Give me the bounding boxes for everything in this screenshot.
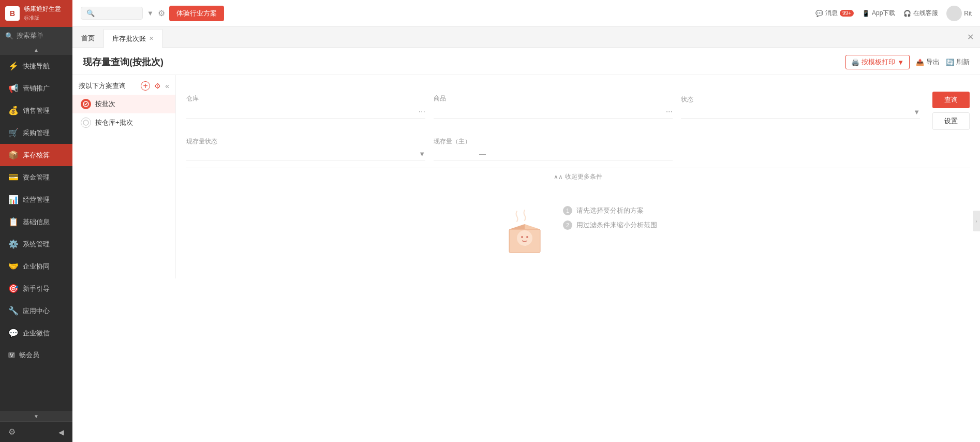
scheme-item-batch[interactable]: 按批次 xyxy=(72,95,175,113)
sidebar-search[interactable]: 🔍 搜索菜单 xyxy=(0,27,72,45)
sidebar-item-apps[interactable]: 🔧 应用中心 xyxy=(0,300,72,322)
newuser-icon: 🎯 xyxy=(8,284,19,293)
sidebar-item-label: 基础信息 xyxy=(23,217,50,227)
status-dropdown-icon[interactable]: ▼ xyxy=(913,108,920,116)
step-1-num: 1 xyxy=(563,206,572,215)
footer-collapse-icon[interactable]: ◀ xyxy=(58,428,64,436)
online-service-btn[interactable]: 🎧 在线客服 xyxy=(903,9,938,18)
inventory-status-select[interactable]: ▼ xyxy=(186,148,425,160)
sidebar-item-inventory[interactable]: 📦 库存核算 xyxy=(0,144,72,166)
warehouse-dots-icon[interactable]: ··· xyxy=(419,107,425,116)
sidebar-item-label: 系统管理 xyxy=(23,240,50,249)
user-name: Rit xyxy=(964,10,972,17)
status-select[interactable]: ▼ xyxy=(681,106,920,119)
inventory-amount-to[interactable] xyxy=(490,150,531,158)
sidebar-item-enterprise[interactable]: 🤝 企业协同 xyxy=(0,255,72,277)
chevron-up-icon: ∧∧ xyxy=(554,173,563,181)
tab-batch-account[interactable]: 库存批次账 ✕ xyxy=(103,29,162,48)
topbar-gear-icon[interactable]: ⚙ xyxy=(158,8,165,18)
sidebar-item-wechat[interactable]: 💬 企业微信 xyxy=(0,322,72,344)
marketing-icon: 📢 xyxy=(8,83,19,93)
print-label: 按模板打印 xyxy=(862,57,895,67)
scroll-up-btn[interactable]: ▲ xyxy=(0,45,72,55)
tab-batch-account-label: 库存批次账 xyxy=(112,34,146,43)
sidebar-item-label: 采购管理 xyxy=(23,128,50,138)
range-separator: — xyxy=(479,150,486,158)
collapse-more-btn[interactable]: ∧∧ 收起更多条件 xyxy=(186,168,970,185)
user-area[interactable]: Rit xyxy=(946,6,972,21)
search-label: 搜索菜单 xyxy=(17,31,43,40)
scheme-settings-icon[interactable]: ⚙ xyxy=(154,82,161,90)
inventory-status-dropdown-icon[interactable]: ▼ xyxy=(419,150,425,158)
sidebar-item-label: 经营管理 xyxy=(23,195,50,204)
refresh-label: 刷新 xyxy=(956,57,970,67)
product-input[interactable]: ··· xyxy=(434,105,673,119)
export-btn[interactable]: 📤 导出 xyxy=(916,57,940,67)
sidebar-item-label: 销售管理 xyxy=(23,106,50,115)
empty-box-svg xyxy=(499,206,551,258)
sidebar-item-finance[interactable]: 💳 资金管理 xyxy=(0,166,72,188)
svg-point-4 xyxy=(517,230,532,246)
empty-state: 1 请先选择要分析的方案 2 用过滤条件来缩小分析范围 xyxy=(499,206,657,258)
settings-btn[interactable]: 设置 xyxy=(932,112,970,130)
tab-panel-close-btn[interactable]: ✕ xyxy=(961,27,980,47)
message-btn[interactable]: 💬 消息 99+ xyxy=(815,9,854,18)
print-btn[interactable]: 🖨️ 按模板打印 ▼ xyxy=(845,55,910,69)
right-panel-toggle[interactable]: › xyxy=(973,211,980,231)
close-icon: ✕ xyxy=(967,32,974,42)
add-scheme-icon[interactable]: + xyxy=(141,81,150,91)
collapse-label: 收起更多条件 xyxy=(565,172,602,181)
collapse-sidebar-icon[interactable]: « xyxy=(165,82,169,90)
scheme-item-warehouse-batch[interactable]: 按仓库+批次 xyxy=(72,113,175,132)
sidebar-item-operations[interactable]: 📊 经营管理 xyxy=(0,188,72,211)
headset-icon: 🎧 xyxy=(903,10,911,17)
status-label: 状态 xyxy=(681,95,920,104)
scheme-batch-icon xyxy=(81,99,91,109)
sidebar-item-vip[interactable]: V 畅会员 xyxy=(0,344,72,366)
warehouse-input[interactable]: ··· xyxy=(186,105,425,119)
apps-icon: 🔧 xyxy=(8,306,19,316)
inventory-amount-label: 现存量（主） xyxy=(434,137,673,146)
product-dots-icon[interactable]: ··· xyxy=(666,107,673,116)
sidebar-item-label: 企业微信 xyxy=(23,329,50,338)
sidebar-item-label: 库存核算 xyxy=(23,151,50,160)
search-icon: 🔍 xyxy=(5,32,13,40)
filter-sidebar-title: 按以下方案查询 xyxy=(79,81,126,91)
topbar-dropdown-icon[interactable]: ▼ xyxy=(147,9,154,17)
tab-close-icon[interactable]: ✕ xyxy=(149,35,154,42)
sidebar-item-label: 资金管理 xyxy=(23,173,50,182)
step-2-num: 2 xyxy=(563,220,572,230)
scheme-batch-label: 按批次 xyxy=(95,99,115,109)
sidebar-item-system[interactable]: ⚙️ 系统管理 xyxy=(0,233,72,255)
sidebar-item-quick-nav[interactable]: ⚡ 快捷导航 xyxy=(0,55,72,77)
finance-icon: 💳 xyxy=(8,172,19,182)
scroll-down-btn[interactable]: ▼ xyxy=(0,411,72,421)
page-header-actions: 🖨️ 按模板打印 ▼ 📤 导出 🔄 刷新 xyxy=(845,55,970,69)
experience-btn[interactable]: 体验行业方案 xyxy=(169,6,224,21)
topbar-search-box[interactable]: 🔍 xyxy=(81,7,143,20)
print-dropdown-icon[interactable]: ▼ xyxy=(897,58,904,66)
sidebar-footer: ⚙ ◀ xyxy=(0,421,72,442)
sidebar-item-newuser[interactable]: 🎯 新手引导 xyxy=(0,277,72,300)
query-btn[interactable]: 查询 xyxy=(932,92,970,108)
page-content: 现存量查询(按批次) 🖨️ 按模板打印 ▼ 📤 导出 🔄 刷新 xyxy=(72,48,980,442)
tab-home[interactable]: 首页 xyxy=(72,28,103,47)
inventory-amount-from[interactable] xyxy=(434,150,475,158)
basic-icon: 📋 xyxy=(8,217,19,227)
sidebar-item-purchase[interactable]: 🛒 采购管理 xyxy=(0,122,72,144)
export-label: 导出 xyxy=(926,57,940,67)
footer-settings-icon[interactable]: ⚙ xyxy=(8,427,16,437)
sidebar-item-basic[interactable]: 📋 基础信息 xyxy=(0,211,72,233)
app-download-label: App下载 xyxy=(872,9,895,18)
sidebar-item-sales[interactable]: 💰 销售管理 xyxy=(0,99,72,122)
empty-text: 1 请先选择要分析的方案 2 用过滤条件来缩小分析范围 xyxy=(563,206,657,230)
message-label: 消息 xyxy=(825,9,838,18)
printer-icon: 🖨️ xyxy=(851,58,859,66)
inventory-amount-range[interactable]: — xyxy=(434,148,673,160)
svg-point-1 xyxy=(83,120,88,125)
refresh-btn[interactable]: 🔄 刷新 xyxy=(946,57,970,67)
sidebar-item-marketing[interactable]: 📢 营销推广 xyxy=(0,77,72,99)
vip-icon: V xyxy=(8,352,15,358)
filter-panel-wrapper: 仓库 ··· 商品 ··· xyxy=(176,75,980,278)
app-download-btn[interactable]: 📱 App下载 xyxy=(862,9,895,18)
